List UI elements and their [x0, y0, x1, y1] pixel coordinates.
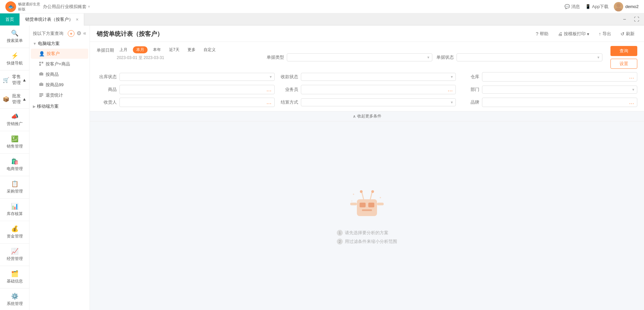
svg-rect-3 — [39, 64, 41, 66]
chevron-up-icon: ▲ — [22, 78, 26, 83]
sidebar-item-operation[interactable]: 📈 经营管理 — [0, 244, 29, 266]
sidebar-item-shortcuts[interactable]: ⚡ 快捷导航 — [0, 48, 29, 70]
basic-icon: 🗂️ — [11, 270, 18, 277]
svg-rect-9 — [39, 93, 43, 94]
dept-select[interactable]: ▾ — [482, 86, 637, 94]
doc-status-select[interactable]: ▾ — [457, 53, 602, 61]
collapse-bar[interactable]: ∧ 收起更多条件 — [90, 111, 644, 121]
left-panel-header: 按以下方案查询 + ⚙ « — [30, 28, 90, 39]
brand-ellipsis: … — [629, 99, 634, 105]
scheme-by-customer[interactable]: 👤 按客户 — [31, 49, 88, 59]
consignee-input[interactable]: … — [119, 98, 275, 107]
search-icon: 🔍 — [11, 30, 18, 37]
sales-icon: 💹 — [11, 135, 18, 143]
scheme-return-stat[interactable]: 退货统计 — [31, 90, 88, 100]
sidebar-item-purchase[interactable]: 📋 采购管理 — [0, 176, 29, 199]
tab-sales-stat[interactable]: 销货单统计表（按客户） × — [20, 13, 84, 25]
dept-label: 部门 — [459, 87, 479, 93]
sidebar-item-marketing[interactable]: 📣 营销推广 — [0, 109, 29, 131]
sidebar-item-finance[interactable]: 💰 资金管理 — [0, 221, 29, 244]
help-icon: ? — [536, 31, 538, 37]
sidebar-item-basic[interactable]: 🗂️ 基础信息 — [0, 266, 29, 289]
settings-button[interactable]: 设置 — [610, 59, 637, 69]
svg-rect-10 — [39, 95, 43, 96]
sidebar-item-inventory[interactable]: 📊 库存核算 — [0, 199, 29, 221]
dept-arrow: ▾ — [632, 87, 634, 92]
out-status-select[interactable]: ▾ — [119, 73, 275, 81]
date-7days[interactable]: 近7天 — [166, 46, 182, 54]
consignee-label: 收货人 — [97, 99, 117, 105]
gear-icon: ⚙️ — [11, 293, 18, 300]
tab-maximize-button[interactable]: ⛶ — [632, 15, 641, 24]
customer-icon: 👤 — [39, 51, 45, 56]
desktop-scheme-group: ▼ 电脑端方案 👤 按客户 按客户+商品 按商品 — [30, 39, 90, 100]
logo-area: 🐟 畅捷通好生意 标版 — [5, 1, 40, 12]
out-status-label: 出库状态 — [97, 74, 117, 80]
scheme-by-goods[interactable]: 按商品 — [31, 69, 88, 80]
tab-home[interactable]: 首页 — [0, 13, 20, 25]
sidebar-item-system[interactable]: ⚙️ 系统管理 — [0, 289, 29, 310]
sidebar-item-wholesale[interactable]: 📦 批发管理 ▲ — [0, 90, 29, 109]
svg-point-19 — [360, 190, 363, 193]
sidebar-item-ecommerce[interactable]: 🛍️ 电商管理 — [0, 154, 29, 176]
group-expand-icon: ▼ — [33, 42, 37, 46]
sidebar-item-search[interactable]: 🔍 搜索菜单 — [0, 25, 29, 48]
tab-close-icon[interactable]: × — [76, 17, 78, 22]
left-panel-actions: + ⚙ « — [68, 30, 86, 37]
scheme-settings-button[interactable]: ⚙ — [76, 30, 81, 37]
sidebar-item-sales[interactable]: 💹 销售管理 — [0, 131, 29, 154]
sidebar-item-retail[interactable]: 🛒 零售管理 ▲ — [0, 70, 29, 90]
query-button[interactable]: 查询 — [610, 46, 637, 56]
logo-text: 畅捷通好生意 标版 — [18, 2, 40, 11]
left-panel-title: 按以下方案查询 — [33, 31, 63, 37]
tab-minimize-button[interactable]: − — [620, 15, 629, 24]
svg-rect-7 — [39, 83, 43, 86]
warehouse-ellipsis: … — [629, 74, 634, 80]
app-download-button[interactable]: 📱 App下载 — [585, 4, 608, 10]
doc-type-select[interactable]: ▾ — [287, 53, 433, 61]
svg-rect-17 — [377, 203, 384, 205]
staff-ellipsis: … — [447, 87, 453, 93]
left-panel: 按以下方案查询 + ⚙ « ▼ 电脑端方案 👤 按客户 — [30, 25, 90, 310]
collapse-panel-button[interactable]: « — [83, 30, 86, 37]
scheme-by-goods99[interactable]: 按商品99 — [31, 80, 88, 90]
empty-hint-2: 2 用过滤条件来缩小分析范围 — [337, 239, 397, 245]
warehouse-input[interactable]: … — [482, 72, 637, 82]
svg-rect-12 — [357, 199, 377, 216]
date-last-month[interactable]: 上月 — [117, 46, 130, 54]
collapse-icon: ∧ — [353, 114, 356, 119]
date-custom[interactable]: 自定义 — [201, 46, 218, 54]
receive-status-select[interactable]: ▾ — [301, 73, 456, 81]
refresh-button[interactable]: ↺ 刷新 — [618, 30, 637, 38]
content-area: 按以下方案查询 + ⚙ « ▼ 电脑端方案 👤 按客户 — [30, 25, 644, 310]
date-filter-group: 单据日期 上月 本月 本年 近7天 更多 自定义 2023-03-01 至 20… — [97, 46, 263, 69]
add-scheme-button[interactable]: + — [68, 30, 74, 37]
date-this-month[interactable]: 本月 — [133, 46, 148, 53]
query-buttons: 查询 设置 — [610, 46, 637, 69]
date-this-year[interactable]: 本年 — [150, 46, 164, 54]
template-print-button[interactable]: 🖨 按模板打印 ▾ — [555, 30, 592, 38]
date-filter-buttons: 上月 本月 本年 近7天 更多 自定义 — [117, 46, 218, 54]
brand-input[interactable]: … — [482, 98, 637, 107]
message-button[interactable]: 💬 消息 — [565, 4, 580, 10]
export-button[interactable]: ↑ 导出 — [596, 30, 614, 38]
goods-input[interactable]: … — [119, 85, 275, 94]
svg-point-22 — [353, 194, 354, 195]
consignee-cell: 收货人 … — [97, 98, 275, 107]
settle-select[interactable]: ▾ — [301, 98, 456, 106]
settle-label: 结算方式 — [278, 99, 298, 105]
date-more[interactable]: 更多 — [185, 46, 198, 54]
collapse-label: 收起更多条件 — [357, 113, 381, 119]
scheme-by-customer-goods[interactable]: 按客户+商品 — [31, 59, 88, 69]
desktop-scheme-title[interactable]: ▼ 电脑端方案 — [30, 39, 90, 48]
mobile-scheme-group: ▶ 移动端方案 — [30, 102, 90, 111]
goods99-icon — [39, 82, 44, 88]
goods-cell: 商品 … — [97, 85, 275, 94]
svg-point-0 — [616, 3, 621, 7]
mobile-scheme-title[interactable]: ▶ 移动端方案 — [30, 102, 90, 111]
help-button[interactable]: ? 帮助 — [533, 30, 551, 38]
user-profile[interactable]: demo2 — [614, 2, 639, 11]
customer-goods-icon — [39, 61, 44, 67]
staff-input[interactable]: … — [301, 85, 456, 94]
consignee-ellipsis: … — [266, 99, 272, 105]
